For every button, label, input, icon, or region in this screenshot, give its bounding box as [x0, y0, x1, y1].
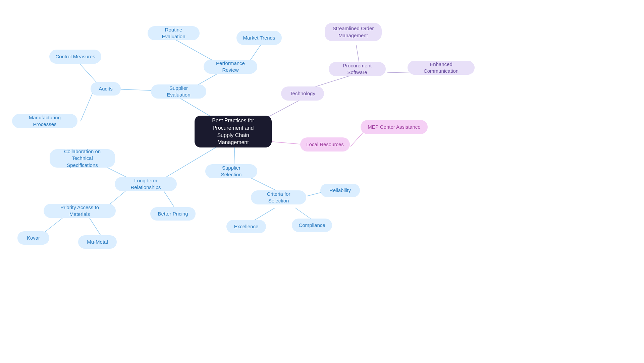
supplier-selection-label: Supplier Selection	[211, 165, 251, 178]
manufacturing-processes-label: Manufacturing Processes	[18, 114, 71, 128]
svg-line-10	[80, 90, 94, 121]
kovar-node[interactable]: Kovar	[17, 231, 49, 245]
center-node[interactable]: Best Practices for Procurement and Suppl…	[195, 116, 272, 147]
criteria-for-selection-label: Criteria for Selection	[257, 191, 300, 204]
mep-center-node[interactable]: MEP Center Assistance	[361, 120, 428, 134]
compliance-node[interactable]: Compliance	[292, 219, 332, 232]
better-pricing-label: Better Pricing	[158, 210, 188, 217]
audits-label: Audits	[99, 85, 113, 92]
streamlined-order-node[interactable]: Streamlined Order Management	[325, 23, 382, 41]
routine-evaluation-label: Routine Evaluation	[154, 26, 194, 40]
priority-access-node[interactable]: Priority Access to Materials	[44, 204, 116, 218]
routine-evaluation-node[interactable]: Routine Evaluation	[148, 26, 200, 40]
kovar-label: Kovar	[27, 235, 40, 241]
performance-review-node[interactable]: Performance Review	[204, 60, 257, 74]
criteria-for-selection-node[interactable]: Criteria for Selection	[251, 190, 306, 204]
control-measures-node[interactable]: Control Measures	[49, 50, 101, 64]
supplier-selection-node[interactable]: Supplier Selection	[205, 164, 257, 178]
supplier-evaluation-label: Supplier Evaluation	[157, 85, 200, 99]
long-term-relationships-label: Long-term Relationships	[121, 177, 171, 191]
mu-metal-label: Mu-Metal	[87, 239, 108, 245]
procurement-software-label: Procurement Software	[335, 62, 380, 76]
reliability-label: Reliability	[329, 187, 351, 194]
market-trends-label: Market Trends	[243, 35, 275, 41]
audits-node[interactable]: Audits	[91, 82, 121, 96]
reliability-node[interactable]: Reliability	[320, 184, 360, 197]
collaboration-tech-node[interactable]: Collaboration on Technical Specification…	[50, 149, 115, 168]
compliance-label: Compliance	[299, 222, 325, 229]
mep-center-label: MEP Center Assistance	[368, 124, 420, 130]
mu-metal-node[interactable]: Mu-Metal	[78, 235, 117, 249]
enhanced-communication-label: Enhanced Communication	[414, 61, 469, 75]
collaboration-tech-label: Collaboration on Technical Specification…	[56, 148, 109, 169]
local-resources-node[interactable]: Local Resources	[300, 137, 350, 152]
priority-access-label: Priority Access to Materials	[50, 204, 110, 218]
enhanced-communication-node[interactable]: Enhanced Communication	[408, 61, 475, 75]
procurement-software-node[interactable]: Procurement Software	[329, 62, 386, 76]
local-resources-label: Local Resources	[306, 141, 344, 148]
technology-label: Technology	[290, 90, 315, 97]
manufacturing-processes-node[interactable]: Manufacturing Processes	[12, 114, 77, 128]
technology-node[interactable]: Technology	[281, 86, 324, 101]
center-label: Best Practices for Procurement and Suppl…	[204, 117, 262, 146]
control-measures-label: Control Measures	[55, 53, 95, 60]
excellence-node[interactable]: Excellence	[226, 220, 266, 233]
svg-line-9	[77, 61, 97, 83]
supplier-evaluation-node[interactable]: Supplier Evaluation	[151, 84, 206, 99]
streamlined-order-label: Streamlined Order Management	[333, 25, 374, 39]
excellence-label: Excellence	[234, 223, 259, 230]
market-trends-node[interactable]: Market Trends	[236, 31, 282, 45]
long-term-relationships-node[interactable]: Long-term Relationships	[115, 177, 177, 191]
better-pricing-node[interactable]: Better Pricing	[150, 207, 196, 221]
performance-review-label: Performance Review	[210, 60, 251, 74]
